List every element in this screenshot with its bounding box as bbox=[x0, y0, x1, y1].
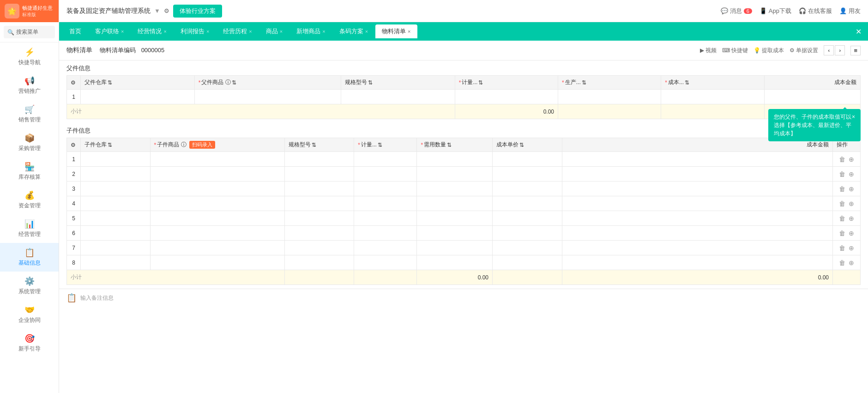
delete-icon[interactable]: 🗑 bbox=[839, 244, 845, 252]
delete-icon[interactable]: 🗑 bbox=[839, 215, 845, 222]
copy-icon[interactable]: ⊕ bbox=[849, 156, 854, 163]
parent-cost-cell[interactable] bbox=[661, 90, 764, 104]
delete-icon[interactable]: 🗑 bbox=[839, 185, 845, 193]
child-cost-amount-cell[interactable] bbox=[562, 167, 832, 181]
child-unit-price-cell[interactable] bbox=[493, 152, 562, 167]
layout-toggle-button[interactable]: ≡ bbox=[850, 46, 861, 55]
user-avatar[interactable]: 👤 用友 bbox=[839, 7, 861, 15]
child-warehouse-cell[interactable] bbox=[81, 241, 151, 255]
nav-tab-products[interactable]: 商品× bbox=[259, 24, 289, 38]
nav-tab-profit[interactable]: 利润报告× bbox=[174, 24, 216, 38]
child-unit-price-cell[interactable] bbox=[493, 196, 562, 211]
child-warehouse-cell[interactable] bbox=[81, 152, 151, 167]
child-qty-cell[interactable] bbox=[417, 255, 493, 270]
prev-record-button[interactable]: ‹ bbox=[824, 45, 834, 55]
child-cost-amount-cell[interactable] bbox=[562, 196, 832, 211]
nav-tab-operations[interactable]: 经营情况× bbox=[131, 24, 173, 38]
copy-icon[interactable]: ⊕ bbox=[849, 244, 854, 252]
child-product-cell[interactable] bbox=[150, 167, 284, 181]
child-qty-cell[interactable] bbox=[417, 211, 493, 226]
child-product-cell[interactable] bbox=[150, 181, 284, 196]
child-cost-amount-cell[interactable] bbox=[562, 255, 832, 270]
nav-tab-home[interactable]: 首页 bbox=[63, 24, 88, 38]
settings-icon[interactable]: ⚙ bbox=[164, 7, 169, 14]
child-spec-cell[interactable] bbox=[284, 167, 354, 181]
sidebar-item-quick-nav[interactable]: ⚡快捷导航 bbox=[0, 42, 59, 71]
copy-icon[interactable]: ⊕ bbox=[849, 200, 854, 207]
sidebar-item-sales[interactable]: 🛒销售管理 bbox=[0, 100, 59, 128]
sidebar-item-inventory[interactable]: 🏪库存核算 bbox=[0, 157, 59, 186]
sidebar-item-enterprise[interactable]: 🤝企业协同 bbox=[0, 300, 59, 329]
child-unit-cell[interactable] bbox=[354, 181, 417, 196]
note-placeholder[interactable]: 输入备注信息 bbox=[80, 294, 114, 302]
tab-close-icon[interactable]: × bbox=[206, 29, 209, 34]
tab-close-icon[interactable]: × bbox=[408, 29, 410, 34]
child-product-cell[interactable] bbox=[150, 211, 284, 226]
child-product-cell[interactable] bbox=[150, 152, 284, 167]
child-warehouse-cell[interactable] bbox=[81, 226, 151, 241]
nav-tab-barcode[interactable]: 条码方案× bbox=[333, 24, 374, 38]
shortcut-key-button[interactable]: ⌨ 快捷键 bbox=[722, 47, 748, 54]
child-product-cell[interactable] bbox=[150, 196, 284, 211]
copy-icon[interactable]: ⊕ bbox=[849, 230, 854, 237]
sidebar-item-basic[interactable]: 📋基础信息 bbox=[0, 243, 59, 272]
nav-tab-bom[interactable]: 物料清单× bbox=[375, 24, 417, 38]
copy-icon[interactable]: ⊕ bbox=[849, 185, 854, 193]
tab-close-icon[interactable]: × bbox=[365, 29, 368, 34]
parent-product-cell[interactable] bbox=[194, 90, 341, 104]
child-warehouse-cell[interactable] bbox=[81, 211, 151, 226]
parent-spec-cell[interactable] bbox=[341, 90, 455, 104]
tab-close-icon[interactable]: × bbox=[322, 29, 325, 34]
sidebar-item-purchase[interactable]: 📦采购管理 bbox=[0, 128, 59, 157]
child-product-cell[interactable] bbox=[150, 255, 284, 270]
online-service-button[interactable]: 🎧 在线客服 bbox=[799, 7, 832, 15]
child-warehouse-cell[interactable] bbox=[81, 255, 151, 270]
child-spec-cell[interactable] bbox=[284, 241, 354, 255]
parent-production-cell[interactable] bbox=[558, 90, 661, 104]
tab-close-icon[interactable]: × bbox=[121, 29, 124, 34]
child-product-cell[interactable] bbox=[150, 226, 284, 241]
child-qty-cell[interactable] bbox=[417, 226, 493, 241]
delete-icon[interactable]: 🗑 bbox=[839, 259, 845, 266]
child-unit-cell[interactable] bbox=[354, 226, 417, 241]
child-unit-cell[interactable] bbox=[354, 167, 417, 181]
try-solution-button[interactable]: 体验行业方案 bbox=[173, 5, 222, 18]
child-cost-amount-cell[interactable] bbox=[562, 211, 832, 226]
child-spec-cell[interactable] bbox=[284, 226, 354, 241]
sidebar-item-operations[interactable]: 📊经营管理 bbox=[0, 214, 59, 243]
child-unit-cell[interactable] bbox=[354, 241, 417, 255]
child-col-settings[interactable]: ⚙ bbox=[67, 138, 81, 152]
child-qty-cell[interactable] bbox=[417, 152, 493, 167]
child-product-cell[interactable] bbox=[150, 241, 284, 255]
child-unit-price-cell[interactable] bbox=[493, 226, 562, 241]
extract-cost-button[interactable]: 💡 提取成本 bbox=[753, 47, 784, 54]
single-settings-button[interactable]: ⚙ 单据设置 bbox=[790, 47, 818, 54]
search-menu-button[interactable]: 🔍 搜索菜单 bbox=[4, 26, 55, 38]
child-spec-cell[interactable] bbox=[284, 181, 354, 196]
sidebar-item-guide[interactable]: 🎯新手引导 bbox=[0, 329, 59, 357]
copy-icon[interactable]: ⊕ bbox=[849, 215, 854, 222]
copy-icon[interactable]: ⊕ bbox=[849, 259, 854, 266]
child-spec-cell[interactable] bbox=[284, 255, 354, 270]
child-warehouse-cell[interactable] bbox=[81, 196, 151, 211]
child-unit-cell[interactable] bbox=[354, 196, 417, 211]
child-qty-cell[interactable] bbox=[417, 241, 493, 255]
parent-unit-cell[interactable] bbox=[455, 90, 558, 104]
delete-icon[interactable]: 🗑 bbox=[839, 170, 845, 178]
child-spec-cell[interactable] bbox=[284, 196, 354, 211]
child-warehouse-cell[interactable] bbox=[81, 167, 151, 181]
child-unit-price-cell[interactable] bbox=[493, 181, 562, 196]
tab-close-icon[interactable]: × bbox=[280, 29, 283, 34]
child-qty-cell[interactable] bbox=[417, 196, 493, 211]
sidebar-item-marketing[interactable]: 📢营销推广 bbox=[0, 71, 59, 100]
child-qty-cell[interactable] bbox=[417, 167, 493, 181]
close-all-tabs-button[interactable]: ✕ bbox=[853, 26, 864, 37]
messages-button[interactable]: 💬 消息 6 bbox=[721, 7, 752, 15]
child-cost-amount-cell[interactable] bbox=[562, 226, 832, 241]
parent-cost-amount-cell[interactable] bbox=[764, 90, 860, 104]
view-video-button[interactable]: ▶ 视频 bbox=[700, 47, 717, 54]
parent-col-settings[interactable]: ⚙ bbox=[67, 76, 81, 90]
tab-close-icon[interactable]: × bbox=[163, 29, 166, 34]
child-unit-price-cell[interactable] bbox=[493, 211, 562, 226]
child-warehouse-cell[interactable] bbox=[81, 181, 151, 196]
